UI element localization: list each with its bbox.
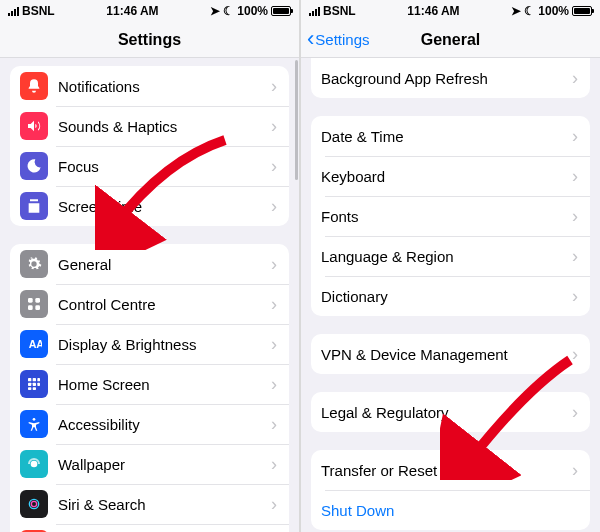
focus-icon bbox=[20, 152, 48, 180]
chevron-right-icon: › bbox=[271, 156, 277, 177]
svg-rect-11 bbox=[28, 387, 31, 390]
row-siri-search[interactable]: Siri & Search › bbox=[10, 484, 289, 524]
row-label: Siri & Search bbox=[58, 496, 271, 513]
homescreen-icon bbox=[20, 370, 48, 398]
row-label: Focus bbox=[58, 158, 271, 175]
back-button[interactable]: ‹ Settings bbox=[307, 29, 370, 51]
signal-icon bbox=[309, 7, 320, 16]
general-list[interactable]: Background App Refresh › Date & Time › K… bbox=[301, 58, 600, 532]
row-shut-down[interactable]: Shut Down bbox=[311, 490, 590, 530]
chevron-right-icon: › bbox=[572, 344, 578, 365]
row-transfer-reset[interactable]: Transfer or Reset iPhone › bbox=[311, 450, 590, 490]
carrier-label: BSNL bbox=[323, 4, 356, 18]
svg-point-14 bbox=[31, 461, 38, 468]
moon-icon: ☾ bbox=[524, 4, 535, 18]
battery-pct: 100% bbox=[237, 4, 268, 18]
row-label: VPN & Device Management bbox=[321, 346, 572, 363]
svg-text:AA: AA bbox=[29, 338, 42, 350]
row-display-brightness[interactable]: AA Display & Brightness › bbox=[10, 324, 289, 364]
settings-list[interactable]: Notifications › Sounds & Haptics › Focus… bbox=[0, 58, 299, 532]
nav-bar: ‹ Settings General bbox=[301, 22, 600, 58]
svg-rect-3 bbox=[35, 305, 40, 310]
svg-rect-5 bbox=[28, 378, 31, 381]
row-label: Display & Brightness bbox=[58, 336, 271, 353]
chevron-right-icon: › bbox=[271, 334, 277, 355]
nav-bar: Settings bbox=[0, 22, 299, 58]
chevron-right-icon: › bbox=[572, 402, 578, 423]
chevron-right-icon: › bbox=[271, 116, 277, 137]
row-fonts[interactable]: Fonts › bbox=[311, 196, 590, 236]
chevron-right-icon: › bbox=[271, 414, 277, 435]
general-icon bbox=[20, 250, 48, 278]
row-label: Date & Time bbox=[321, 128, 572, 145]
notifications-icon bbox=[20, 72, 48, 100]
svg-point-16 bbox=[31, 501, 36, 506]
sounds-icon bbox=[20, 112, 48, 140]
row-dictionary[interactable]: Dictionary › bbox=[311, 276, 590, 316]
chevron-right-icon: › bbox=[271, 76, 277, 97]
row-label: Home Screen bbox=[58, 376, 271, 393]
svg-rect-7 bbox=[37, 378, 40, 381]
chevron-right-icon: › bbox=[271, 254, 277, 275]
settings-screen: BSNL 11:46 AM ➤ ☾ 100% Settings Notifica… bbox=[0, 0, 299, 532]
svg-rect-6 bbox=[33, 378, 36, 381]
row-general[interactable]: General › bbox=[10, 244, 289, 284]
row-home-screen[interactable]: Home Screen › bbox=[10, 364, 289, 404]
row-language-region[interactable]: Language & Region › bbox=[311, 236, 590, 276]
scrollbar[interactable] bbox=[295, 60, 298, 180]
chevron-right-icon: › bbox=[572, 246, 578, 267]
chevron-right-icon: › bbox=[572, 166, 578, 187]
chevron-right-icon: › bbox=[271, 294, 277, 315]
signal-icon bbox=[8, 7, 19, 16]
general-screen: BSNL 11:46 AM ➤ ☾ 100% ‹ Settings Genera… bbox=[299, 0, 600, 532]
chevron-right-icon: › bbox=[271, 494, 277, 515]
battery-pct: 100% bbox=[538, 4, 569, 18]
back-label: Settings bbox=[315, 31, 369, 48]
row-keyboard[interactable]: Keyboard › bbox=[311, 156, 590, 196]
row-focus[interactable]: Focus › bbox=[10, 146, 289, 186]
page-title: Settings bbox=[118, 31, 181, 49]
row-label: Wallpaper bbox=[58, 456, 271, 473]
svg-point-13 bbox=[33, 418, 36, 421]
svg-rect-2 bbox=[28, 305, 33, 310]
page-title: General bbox=[421, 31, 481, 49]
row-date-time[interactable]: Date & Time › bbox=[311, 116, 590, 156]
row-sounds-haptics[interactable]: Sounds & Haptics › bbox=[10, 106, 289, 146]
row-label: Notifications bbox=[58, 78, 271, 95]
row-wallpaper[interactable]: Wallpaper › bbox=[10, 444, 289, 484]
battery-icon bbox=[572, 6, 592, 16]
siri-icon bbox=[20, 490, 48, 518]
carrier-label: BSNL bbox=[22, 4, 55, 18]
chevron-left-icon: ‹ bbox=[307, 28, 314, 50]
chevron-right-icon: › bbox=[572, 286, 578, 307]
row-label: Screen Time bbox=[58, 198, 271, 215]
controlcentre-icon bbox=[20, 290, 48, 318]
chevron-right-icon: › bbox=[572, 206, 578, 227]
row-screen-time[interactable]: Screen Time › bbox=[10, 186, 289, 226]
row-label: General bbox=[58, 256, 271, 273]
row-touchid-passcode[interactable]: Touch ID & Passcode › bbox=[10, 524, 289, 532]
row-notifications[interactable]: Notifications › bbox=[10, 66, 289, 106]
chevron-right-icon: › bbox=[271, 454, 277, 475]
row-label: Sounds & Haptics bbox=[58, 118, 271, 135]
row-accessibility[interactable]: Accessibility › bbox=[10, 404, 289, 444]
battery-icon bbox=[271, 6, 291, 16]
row-label: Dictionary bbox=[321, 288, 572, 305]
svg-rect-1 bbox=[35, 298, 40, 303]
accessibility-icon bbox=[20, 410, 48, 438]
row-label: Background App Refresh bbox=[321, 70, 572, 87]
row-label: Accessibility bbox=[58, 416, 271, 433]
row-legal-regulatory[interactable]: Legal & Regulatory › bbox=[311, 392, 590, 432]
location-icon: ➤ bbox=[511, 4, 521, 18]
row-vpn-device-management[interactable]: VPN & Device Management › bbox=[311, 334, 590, 374]
row-control-centre[interactable]: Control Centre › bbox=[10, 284, 289, 324]
status-bar: BSNL 11:46 AM ➤ ☾ 100% bbox=[0, 0, 299, 22]
moon-icon: ☾ bbox=[223, 4, 234, 18]
clock-label: 11:46 AM bbox=[407, 4, 459, 18]
row-label: Legal & Regulatory bbox=[321, 404, 572, 421]
location-icon: ➤ bbox=[210, 4, 220, 18]
chevron-right-icon: › bbox=[572, 460, 578, 481]
row-label: Control Centre bbox=[58, 296, 271, 313]
row-background-app-refresh[interactable]: Background App Refresh › bbox=[311, 58, 590, 98]
chevron-right-icon: › bbox=[572, 126, 578, 147]
